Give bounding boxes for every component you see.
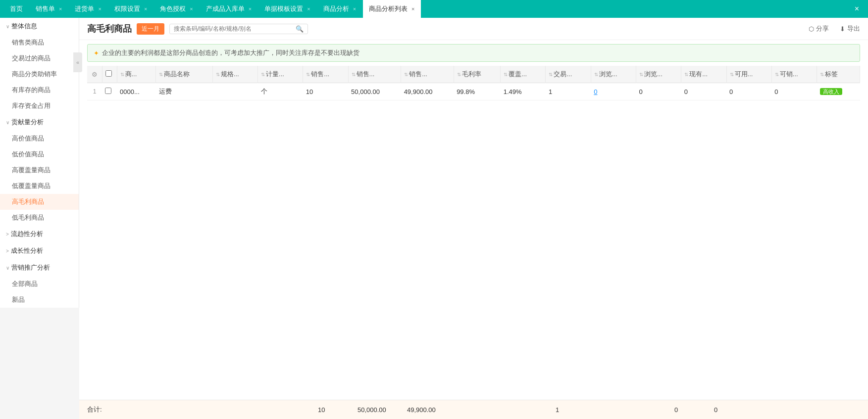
col-label-name: 商品名称 <box>164 70 190 79</box>
nav-close-8[interactable]: × <box>411 6 414 12</box>
sidebar-collapse-btn[interactable]: « <box>73 52 82 72</box>
cell-sellable: 0 <box>771 83 817 100</box>
col-header-browse2[interactable]: ⇅浏览... <box>636 66 681 83</box>
group-arrow-3: > <box>6 248 9 254</box>
nav-item-6[interactable]: 单据模板设置× <box>258 0 316 18</box>
col-header-coverage[interactable]: ⇅覆盖... <box>501 66 546 83</box>
sidebar-item-0-0[interactable]: 销售类商品 <box>0 35 79 50</box>
cell-tag: 高收入 <box>817 83 860 100</box>
settings-icon: ⚙ <box>87 66 102 83</box>
nav-item-3[interactable]: 权限设置× <box>108 0 153 18</box>
col-label-transaction: 交易... <box>554 70 572 79</box>
sidebar-item-4-1[interactable]: 新品 <box>0 292 79 308</box>
window-close-btn[interactable]: × <box>850 4 864 13</box>
sort-icon-name: ⇅ <box>159 72 163 77</box>
col-header-sales_qty[interactable]: ⇅销售... <box>303 66 348 83</box>
cell-sales_amount: 50,000.00 <box>348 83 401 100</box>
nav-close-1[interactable]: × <box>59 6 62 12</box>
nav-item-2[interactable]: 进货单× <box>69 0 107 18</box>
search-icon[interactable]: 🔍 <box>296 25 304 33</box>
sidebar-group-2[interactable]: >流趋性分析 <box>0 226 79 242</box>
cell-sales_profit: 49,900.00 <box>401 83 454 100</box>
col-header-tag[interactable]: ⇅标签 <box>817 66 860 83</box>
nav-item-0[interactable]: 首页 <box>4 0 29 18</box>
cell-browse1[interactable]: 0 <box>591 83 636 100</box>
sidebar-group-4[interactable]: ∨营销推广分析 <box>0 259 79 276</box>
sidebar-item-4-0[interactable]: 全部商品 <box>0 276 79 292</box>
cell-unit: 个 <box>258 83 303 100</box>
sort-icon-gross_margin: ⇅ <box>457 72 461 77</box>
col-label-spec: 规格... <box>221 70 239 79</box>
nav-item-5[interactable]: 产成品入库单× <box>200 0 257 18</box>
nav-item-7[interactable]: 商品分析× <box>317 0 362 18</box>
col-label-code: 商... <box>125 70 137 79</box>
sidebar-group-1[interactable]: ∨贡献量分析 <box>0 114 79 131</box>
nav-close-3[interactable]: × <box>144 6 147 12</box>
group-label-2: 流趋性分析 <box>11 230 43 238</box>
group-arrow-4: ∨ <box>6 265 9 271</box>
notice-text: 企业的主要的利润都是这部分商品创造的，可考虑加大推广，同时关注库存是不要出现缺货 <box>102 48 359 57</box>
nav-close-5[interactable]: × <box>249 6 252 12</box>
nav-item-1[interactable]: 销售单× <box>30 0 68 18</box>
col-header-unit[interactable]: ⇅计量... <box>258 66 303 83</box>
group-arrow-0: ∨ <box>6 24 9 29</box>
cell-name: 运费 <box>156 83 212 100</box>
sidebar-item-1-2[interactable]: 高覆盖量商品 <box>0 162 79 178</box>
sort-icon-sellable: ⇅ <box>775 72 779 77</box>
sort-icon-transaction: ⇅ <box>549 72 553 77</box>
sidebar-item-1-5[interactable]: 低毛利商品 <box>0 210 79 226</box>
footer-transaction: 1 <box>553 406 592 414</box>
nav-item-4[interactable]: 角色授权× <box>154 0 199 18</box>
sidebar-group-0[interactable]: ∨整体信息 <box>0 18 79 35</box>
filter-month-btn[interactable]: 近一月 <box>137 23 164 35</box>
cell-sales_qty: 10 <box>303 83 348 100</box>
cell-checkbox <box>102 83 117 100</box>
footer-sales-profit: 49,900.00 <box>404 406 454 414</box>
col-header-code[interactable]: ⇅商... <box>117 66 156 83</box>
col-header-sales_profit[interactable]: ⇅销售... <box>401 66 454 83</box>
col-label-coverage: 覆盖... <box>509 70 527 79</box>
sidebar-item-1-1[interactable]: 低价值商品 <box>0 146 79 162</box>
col-header-transaction[interactable]: ⇅交易... <box>546 66 591 83</box>
col-header-checkbox <box>102 66 117 83</box>
footer-available: 0 <box>711 406 751 414</box>
sort-icon-stock_now: ⇅ <box>684 72 688 77</box>
col-label-tag: 标签 <box>825 70 838 79</box>
cell-transaction: 1 <box>546 83 591 100</box>
sidebar-item-0-3[interactable]: 有库存的商品 <box>0 82 79 98</box>
sidebar-group-3[interactable]: >成长性分析 <box>0 242 79 259</box>
nav-close-4[interactable]: × <box>190 6 193 12</box>
col-header-gross_margin[interactable]: ⇅毛利率 <box>454 66 501 83</box>
col-header-stock_now[interactable]: ⇅现有... <box>681 66 726 83</box>
cell-coverage: 1.49% <box>501 83 546 100</box>
export-btn[interactable]: ⬇ 导出 <box>840 24 860 33</box>
col-header-sellable[interactable]: ⇅可销... <box>771 66 817 83</box>
footer-stock-now: 0 <box>671 406 711 414</box>
sidebar-item-0-1[interactable]: 交易过的商品 <box>0 50 79 66</box>
col-header-available[interactable]: ⇅可用... <box>726 66 771 83</box>
nav-item-8[interactable]: 商品分析列表× <box>363 0 420 18</box>
sort-icon-sales_profit: ⇅ <box>404 72 408 77</box>
row-checkbox-0[interactable] <box>105 88 111 94</box>
col-label-browse2: 浏览... <box>644 70 663 79</box>
sidebar-item-1-3[interactable]: 低覆盖量商品 <box>0 178 79 194</box>
sidebar-item-0-4[interactable]: 库存资金占用 <box>0 98 79 114</box>
sidebar-item-1-0[interactable]: 高价值商品 <box>0 131 79 146</box>
select-all-checkbox[interactable] <box>105 70 112 77</box>
sort-icon-tag: ⇅ <box>820 72 824 77</box>
share-btn[interactable]: ⬡ 分享 <box>809 24 829 33</box>
nav-close-6[interactable]: × <box>307 6 310 12</box>
nav-close-7[interactable]: × <box>353 6 356 12</box>
footer-sales-amount: 50,000.00 <box>355 406 404 414</box>
sidebar-item-0-2[interactable]: 商品分类助销率 <box>0 66 79 82</box>
col-header-spec[interactable]: ⇅规格... <box>212 66 257 83</box>
col-header-sales_amount[interactable]: ⇅销售... <box>348 66 401 83</box>
col-header-browse1[interactable]: ⇅浏览... <box>591 66 636 83</box>
sort-icon-available: ⇅ <box>730 72 734 77</box>
nav-close-2[interactable]: × <box>98 6 101 12</box>
col-header-name[interactable]: ⇅商品名称 <box>156 66 212 83</box>
search-input[interactable] <box>174 25 294 32</box>
sort-icon-browse1: ⇅ <box>594 72 598 77</box>
sidebar-item-1-4[interactable]: 高毛利商品 <box>0 194 79 210</box>
col-label-stock_now: 现有... <box>689 70 708 79</box>
